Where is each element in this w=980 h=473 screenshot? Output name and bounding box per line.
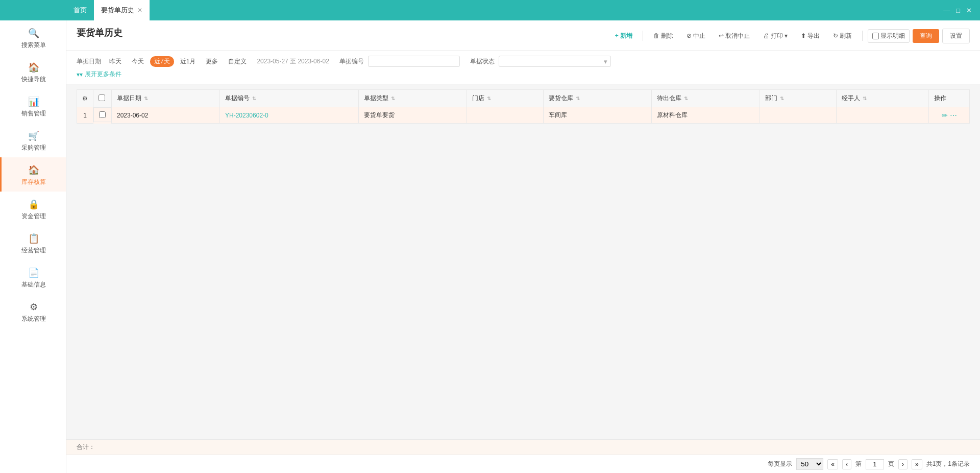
refresh-button[interactable]: ↻ 刷新 [828, 30, 857, 42]
sidebar-item-inventory[interactable]: 🏠 库存核算 [0, 157, 66, 192]
row-edit-icon[interactable]: ✏ [942, 111, 948, 120]
print-icon: 🖨 [763, 32, 769, 39]
row-date: 2023-06-02 [112, 107, 220, 124]
sidebar-label-purchase: 采购管理 [21, 144, 46, 152]
prev-page-button[interactable]: ‹ [842, 459, 851, 469]
window-minimize-icon[interactable]: — [943, 7, 950, 14]
sidebar-label-base: 基础信息 [21, 280, 46, 289]
cancel-suspend-button[interactable]: ↩ 取消中止 [714, 30, 755, 42]
row-department [760, 107, 836, 124]
lock-icon: 🔒 [28, 199, 39, 210]
sidebar-label-sales: 销售管理 [21, 109, 46, 118]
col-handler[interactable]: 经手人 ⇅ [836, 90, 928, 107]
settings-button[interactable]: 设置 [942, 29, 970, 43]
print-dropdown-icon: ▾ [785, 32, 788, 39]
sidebar-item-system[interactable]: ⚙ 系统管理 [0, 294, 66, 328]
filter-bar: 单据日期 昨天 今天 近7天 近1月 更多 自定义 2023-05-27 至 2… [66, 51, 980, 84]
per-page-select[interactable]: 10 20 50 100 [796, 458, 823, 470]
display-detail-button[interactable]: 显示明细 [868, 29, 910, 43]
sort-billtype-icon: ⇅ [391, 96, 395, 101]
date-option-1month[interactable]: 近1月 [176, 56, 200, 67]
sidebar-label-system: 系统管理 [21, 315, 46, 323]
display-detail-checkbox[interactable] [872, 33, 879, 39]
refresh-icon: ↻ [833, 32, 838, 39]
print-button[interactable]: 🖨 打印 ▾ [758, 30, 793, 42]
status-label: 单据状态 [470, 57, 495, 66]
active-tab[interactable]: 要货单历史 ✕ [94, 0, 150, 20]
top-bar-right: — □ ✕ [943, 7, 980, 14]
date-option-7days[interactable]: 近7天 [150, 56, 174, 67]
sort-store-icon: ⇅ [487, 96, 491, 101]
sort-req-warehouse-icon: ⇅ [576, 96, 580, 101]
col-department[interactable]: 部门 ⇅ [760, 90, 836, 107]
row-more-icon[interactable]: ⋯ [950, 111, 957, 120]
separator-2 [862, 31, 863, 41]
date-option-yesterday[interactable]: 昨天 [105, 56, 126, 67]
billno-input[interactable] [368, 56, 460, 67]
sidebar-label-inventory: 库存核算 [21, 178, 46, 186]
first-page-button[interactable]: « [827, 459, 838, 469]
content-area: 要货单历史 + 新增 🗑 删除 ⊘ 中止 ↩ 取消中止 [66, 20, 980, 473]
gear-icon: ⚙ [30, 301, 38, 313]
row-num: 1 [77, 107, 93, 124]
total-label: 合计： [77, 443, 95, 452]
main-layout: 🔍 搜索菜单 🏠 快捷导航 📊 销售管理 🛒 采购管理 🏠 库存核算 🔒 资金管… [0, 20, 980, 473]
doc-icon: 📄 [28, 267, 39, 278]
date-option-today[interactable]: 今天 [128, 56, 148, 67]
export-button[interactable]: ⬆ 导出 [796, 30, 825, 42]
expand-more[interactable]: ▾▾ 展开更多条件 [77, 70, 970, 79]
status-filter-group: 单据状态 ▾ [470, 56, 607, 67]
footer-bar: 合计： [66, 439, 980, 455]
sidebar-label-shortcut: 快捷导航 [21, 75, 46, 84]
last-page-button[interactable]: » [912, 459, 922, 469]
col-checkbox [93, 90, 112, 107]
new-button[interactable]: + 新增 [610, 30, 638, 42]
status-dropdown-icon[interactable]: ▾ [604, 58, 607, 65]
per-page-label: 每页显示 [768, 460, 792, 468]
col-billtype[interactable]: 单据类型 ⇅ [359, 90, 467, 107]
row-store [467, 107, 543, 124]
row-billno-link[interactable]: YH-20230602-0 [225, 112, 268, 119]
window-close-icon[interactable]: ✕ [966, 7, 972, 14]
table-header-row: ⚙ 单据日期 ⇅ 单据编号 ⇅ 单据类型 [77, 90, 970, 107]
page-label: 第 [855, 460, 862, 468]
page-number-input[interactable] [866, 459, 884, 469]
status-input[interactable] [499, 56, 611, 67]
col-settings[interactable]: ⚙ [77, 90, 93, 107]
sidebar-item-finance[interactable]: 🔒 资金管理 [0, 192, 66, 226]
date-label: 单据日期 [77, 57, 101, 66]
window-restore-icon[interactable]: □ [956, 7, 960, 14]
select-all-checkbox[interactable] [99, 94, 105, 101]
sort-date-icon: ⇅ [144, 96, 148, 101]
home-tab[interactable]: 首页 [66, 6, 94, 15]
export-icon: ⬆ [801, 32, 806, 39]
delete-button[interactable]: 🗑 删除 [648, 30, 678, 42]
expand-label: 展开更多条件 [85, 70, 121, 79]
date-option-more[interactable]: 更多 [202, 56, 222, 67]
billno-filter-group: 单据编号 [339, 56, 460, 67]
col-pending-warehouse[interactable]: 待出仓库 ⇅ [651, 90, 760, 107]
tab-close-icon[interactable]: ✕ [137, 7, 142, 14]
suspend-button[interactable]: ⊘ 中止 [681, 30, 710, 42]
expand-icon: ▾▾ [77, 71, 83, 78]
suspend-icon: ⊘ [687, 32, 692, 39]
row-checkbox-input[interactable] [99, 111, 106, 118]
date-filter-group: 单据日期 昨天 今天 近7天 近1月 更多 自定义 2023-05-27 至 2… [77, 56, 329, 67]
date-option-custom[interactable]: 自定义 [224, 56, 251, 67]
sidebar-item-base[interactable]: 📄 基础信息 [0, 260, 66, 294]
sidebar-item-operation[interactable]: 📋 经营管理 [0, 226, 66, 260]
sidebar: 🔍 搜索菜单 🏠 快捷导航 📊 销售管理 🛒 采购管理 🏠 库存核算 🔒 资金管… [0, 20, 66, 473]
col-date[interactable]: 单据日期 ⇅ [112, 90, 220, 107]
sidebar-item-purchase[interactable]: 🛒 采购管理 [0, 123, 66, 157]
col-billno[interactable]: 单据编号 ⇅ [220, 90, 359, 107]
col-store[interactable]: 门店 ⇅ [467, 90, 543, 107]
sidebar-item-search[interactable]: 🔍 搜索菜单 [0, 20, 66, 55]
row-pending-warehouse: 原材料仓库 [651, 107, 760, 124]
col-req-warehouse[interactable]: 要货仓库 ⇅ [544, 90, 652, 107]
row-billno[interactable]: YH-20230602-0 [220, 107, 359, 124]
sidebar-item-sales[interactable]: 📊 销售管理 [0, 89, 66, 123]
sidebar-item-shortcut[interactable]: 🏠 快捷导航 [0, 55, 66, 89]
next-page-button[interactable]: › [898, 459, 908, 469]
cancel-suspend-icon: ↩ [719, 32, 724, 39]
query-button[interactable]: 查询 [913, 29, 939, 43]
